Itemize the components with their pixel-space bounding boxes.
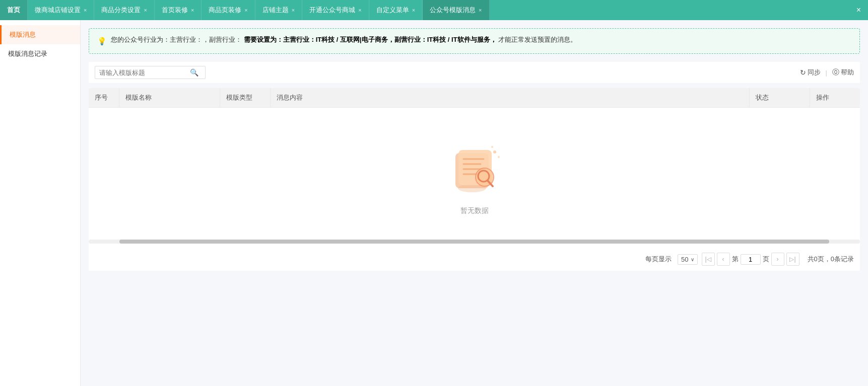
col-index: 序号 bbox=[89, 88, 119, 108]
per-page-value: 50 bbox=[681, 256, 688, 263]
tab-template-msg-label: 公众号模版消息 bbox=[430, 6, 476, 15]
close-tab-shop-settings-icon[interactable]: × bbox=[84, 7, 87, 13]
notice-box: 💡 您的公众号行业为：主营行业：，副营行业： 需要设置为：主营行业：IT科技 /… bbox=[89, 28, 860, 54]
notice-prefix: 您的公众号行业为：主营行业：，副营行业： bbox=[111, 36, 242, 43]
search-icon[interactable]: 🔍 bbox=[190, 68, 198, 76]
close-tab-category-settings-icon[interactable]: × bbox=[144, 7, 147, 13]
first-page-icon: |◁ bbox=[705, 256, 711, 263]
tab-template-msg[interactable]: 公众号模版消息 × bbox=[423, 0, 489, 20]
svg-point-12 bbox=[491, 146, 493, 148]
next-page-icon: › bbox=[777, 256, 779, 263]
tab-shop-settings-label: 微商城店铺设置 bbox=[35, 6, 81, 15]
content-area: 💡 您的公众号行业为：主营行业：，副营行业： 需要设置为：主营行业：IT科技 /… bbox=[81, 20, 868, 386]
close-tab-shop-theme-icon[interactable]: × bbox=[292, 7, 295, 13]
tab-shop-theme[interactable]: 店铺主题 × bbox=[255, 0, 302, 20]
page-label: 第 bbox=[732, 255, 739, 264]
tab-shop-settings[interactable]: 微商城店铺设置 × bbox=[28, 0, 94, 20]
pagination: 每页显示 50 ∨ |◁ ‹ 第 页 › bbox=[89, 248, 860, 271]
toolbar-right: ↻ 同步 | ⓪ 帮助 bbox=[800, 68, 854, 77]
first-page-button[interactable]: |◁ bbox=[702, 253, 715, 266]
toolbar-separator: | bbox=[826, 69, 827, 76]
page-input[interactable] bbox=[741, 254, 761, 265]
close-tab-product-decor-icon[interactable]: × bbox=[244, 7, 247, 13]
tab-shop-theme-label: 店铺主题 bbox=[262, 6, 289, 15]
tab-home-decor-label: 首页装修 bbox=[162, 6, 188, 15]
prev-page-button[interactable]: ‹ bbox=[717, 253, 730, 266]
notice-text: 您的公众号行业为：主营行业：，副营行业： 需要设置为：主营行业：IT科技 / 互… bbox=[111, 35, 577, 45]
close-tab-home-decor-icon[interactable]: × bbox=[191, 7, 194, 13]
last-page-button[interactable]: ▷| bbox=[786, 253, 799, 266]
bulb-icon: 💡 bbox=[97, 35, 107, 47]
close-tab-custom-menu-icon[interactable]: × bbox=[412, 7, 415, 13]
empty-row: 暂无数据 bbox=[89, 108, 860, 236]
col-content: 消息内容 bbox=[270, 88, 749, 108]
svg-point-10 bbox=[493, 150, 496, 153]
sync-icon: ↻ bbox=[800, 68, 806, 76]
empty-text: 暂无数据 bbox=[460, 206, 489, 215]
search-box: 🔍 bbox=[95, 66, 206, 79]
last-page-icon: ▷| bbox=[789, 256, 795, 263]
notice-suffix: 才能正常发送预置的消息。 bbox=[498, 36, 577, 43]
scrollbar-area[interactable] bbox=[89, 240, 860, 244]
search-input[interactable] bbox=[99, 69, 190, 76]
table-body: 暂无数据 bbox=[89, 108, 860, 236]
sidebar-item-template-msg-log-label: 模版消息记录 bbox=[8, 50, 47, 57]
help-icon: ⓪ bbox=[832, 68, 839, 77]
next-page-button[interactable]: › bbox=[771, 253, 784, 266]
tab-custom-menu[interactable]: 自定义菜单 × bbox=[369, 0, 423, 20]
tab-product-decor[interactable]: 商品页装修 × bbox=[202, 0, 255, 20]
col-status: 状态 bbox=[749, 88, 810, 108]
sync-label: 同步 bbox=[808, 68, 821, 77]
top-nav: 首页 微商城店铺设置 × 商品分类设置 × 首页装修 × 商品页装修 × 店铺主… bbox=[0, 0, 868, 20]
tab-product-decor-label: 商品页装修 bbox=[209, 6, 241, 15]
notice-highlight: 需要设置为：主营行业：IT科技 / 互联网|电子商务，副营行业：IT科技 / I… bbox=[244, 36, 497, 43]
tab-home[interactable]: 首页 bbox=[0, 0, 28, 20]
close-tab-open-mall-icon[interactable]: × bbox=[358, 7, 361, 13]
pagination-nav: |◁ ‹ 第 页 › ▷| bbox=[702, 253, 799, 266]
tab-custom-menu-label: 自定义菜单 bbox=[376, 6, 409, 15]
table-wrapper: 序号 模版名称 模版类型 消息内容 状态 操作 bbox=[89, 88, 860, 271]
sidebar-item-template-msg-label: 模版消息 bbox=[10, 31, 36, 38]
help-label: 帮助 bbox=[841, 68, 854, 77]
svg-point-11 bbox=[498, 156, 500, 158]
sidebar-item-template-msg-log[interactable]: 模版消息记录 bbox=[0, 44, 80, 63]
prev-page-icon: ‹ bbox=[722, 256, 724, 263]
main-layout: 模版消息 模版消息记录 💡 您的公众号行业为：主营行业：，副营行业： 需要设置为… bbox=[0, 20, 868, 386]
close-tab-template-msg-icon[interactable]: × bbox=[479, 7, 482, 13]
help-button[interactable]: ⓪ 帮助 bbox=[832, 68, 854, 77]
page-unit: 页 bbox=[763, 255, 769, 264]
col-actions: 操作 bbox=[810, 88, 860, 108]
tab-category-settings[interactable]: 商品分类设置 × bbox=[94, 0, 154, 20]
col-type: 模版类型 bbox=[220, 88, 270, 108]
total-info: 共0页，0条记录 bbox=[808, 255, 854, 264]
empty-icon bbox=[444, 138, 505, 198]
per-page-label: 每页显示 bbox=[645, 255, 672, 264]
data-table: 序号 模版名称 模版类型 消息内容 状态 操作 bbox=[89, 88, 860, 236]
scrollbar-thumb bbox=[119, 240, 829, 244]
chevron-down-icon: ∨ bbox=[691, 257, 694, 262]
global-close-button[interactable]: × bbox=[849, 0, 868, 20]
tab-home-label: 首页 bbox=[7, 6, 20, 15]
tab-open-mall[interactable]: 开通公众号商城 × bbox=[302, 0, 369, 20]
sidebar: 模版消息 模版消息记录 bbox=[0, 20, 81, 386]
sidebar-item-template-msg[interactable]: 模版消息 bbox=[0, 25, 80, 44]
table-header-row: 序号 模版名称 模版类型 消息内容 状态 操作 bbox=[89, 88, 860, 108]
sync-button[interactable]: ↻ 同步 bbox=[800, 68, 821, 77]
tab-open-mall-label: 开通公众号商城 bbox=[309, 6, 355, 15]
per-page-select[interactable]: 50 ∨ bbox=[678, 254, 697, 265]
col-name: 模版名称 bbox=[119, 88, 220, 108]
toolbar-row: 🔍 ↻ 同步 | ⓪ 帮助 bbox=[89, 62, 860, 83]
tab-category-settings-label: 商品分类设置 bbox=[101, 6, 141, 15]
tab-home-decor[interactable]: 首页装修 × bbox=[155, 0, 202, 20]
empty-state: 暂无数据 bbox=[89, 108, 860, 236]
